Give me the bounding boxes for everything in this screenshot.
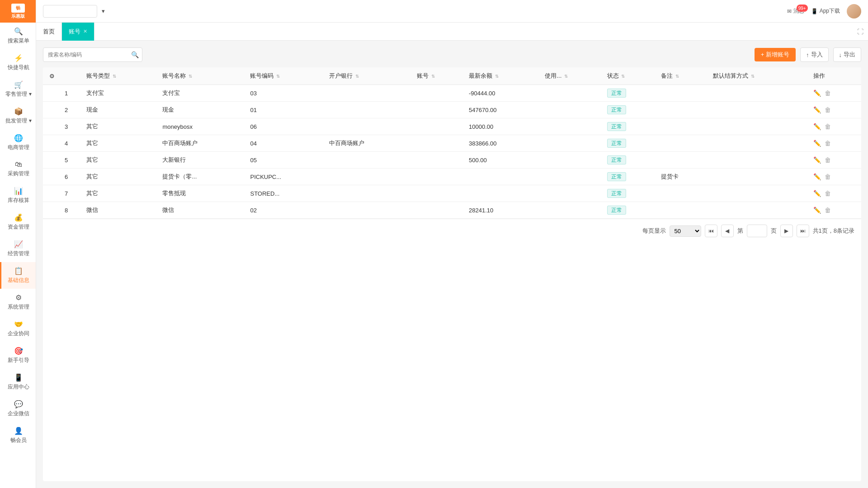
sidebar-item-operations-mgmt[interactable]: 📈 经营管理: [0, 235, 36, 262]
edit-icon[interactable]: ✏️: [813, 89, 821, 97]
edit-icon[interactable]: ✏️: [813, 106, 821, 113]
status-badge: 正常: [607, 122, 626, 131]
row-account-type: 其它: [83, 152, 159, 169]
sidebar-item-enterprise-wechat[interactable]: 💬 企业微信: [0, 395, 36, 422]
row-index: 7: [61, 185, 83, 202]
account-name-col-header[interactable]: 账号名称 ⇅: [159, 67, 246, 85]
header-left: ▾: [43, 5, 105, 18]
row-latest-balance: [465, 185, 541, 202]
row-account-no: [413, 85, 465, 102]
settings-col-header[interactable]: ⚙: [43, 67, 61, 85]
sidebar-item-inventory[interactable]: 📊 库存核算: [0, 182, 36, 209]
status-badge: 正常: [607, 172, 626, 181]
edit-icon[interactable]: ✏️: [813, 156, 821, 164]
row-default-settlement: [709, 152, 810, 169]
sidebar-item-retail-mgmt[interactable]: 🛒 零售管理 ▾: [0, 76, 36, 103]
account-type-col-header[interactable]: 账号类型 ⇅: [83, 67, 159, 85]
sidebar-item-ecommerce-mgmt[interactable]: 🌐 电商管理: [0, 129, 36, 156]
row-account-no: [413, 202, 465, 219]
page-input[interactable]: 1: [747, 225, 767, 237]
dropdown-button[interactable]: ▾: [102, 8, 105, 14]
sidebar-icon-app-center: 📱: [14, 373, 23, 382]
delete-icon[interactable]: 🗑: [825, 140, 831, 147]
content-area: 🔍 + 新增账号 ↑ 导入 ↓ 导出 ⚙: [36, 41, 868, 488]
latest-balance-col-header[interactable]: 最新余额 ⇅: [465, 67, 541, 85]
row-default-settlement: [709, 135, 810, 152]
message-button[interactable]: ✉ 消息 99+: [787, 7, 804, 15]
edit-icon[interactable]: ✏️: [813, 173, 821, 180]
row-opening-bank: 中百商场账户: [326, 135, 413, 152]
row-actions: ✏️ 🗑: [810, 202, 861, 219]
sidebar-item-new-guide[interactable]: 🎯 新手引导: [0, 342, 36, 369]
next-page-button[interactable]: ▶: [780, 225, 793, 237]
sidebar-item-system-mgmt[interactable]: ⚙ 系统管理: [0, 289, 36, 315]
last-page-button[interactable]: ⏭: [797, 225, 809, 237]
edit-icon[interactable]: ✏️: [813, 206, 821, 214]
sidebar-item-basic-info[interactable]: 📋 基础信息: [0, 262, 36, 289]
sidebar-label-quick-nav: 快捷导航: [8, 64, 29, 71]
row-account-no: [413, 135, 465, 152]
sidebar-item-enterprise-agreement[interactable]: 🤝 企业协同: [0, 315, 36, 342]
sidebar-item-finance-mgmt[interactable]: 💰 资金管理: [0, 209, 36, 235]
row-index: 5: [61, 152, 83, 169]
row-remark: [657, 85, 709, 102]
maximize-button[interactable]: ⛶: [853, 28, 868, 35]
delete-icon[interactable]: 🗑: [825, 190, 831, 197]
default-settlement-col-header[interactable]: 默认结算方式 ⇅: [709, 67, 810, 85]
row-usage: [541, 118, 603, 135]
delete-icon[interactable]: 🗑: [825, 156, 831, 164]
status-badge: 正常: [607, 189, 626, 198]
opening-bank-col-header[interactable]: 开户银行 ⇅: [326, 67, 413, 85]
accounts-table: ⚙ 账号类型 ⇅ 账号名称 ⇅ 账号编码 ⇅ 开户银行 ⇅ 账号 ⇅ 最新余额 …: [43, 67, 861, 219]
sidebar-item-quick-nav[interactable]: ⚡ 快捷导航: [0, 49, 36, 76]
row-remark: [657, 118, 709, 135]
tab-home[interactable]: 首页: [36, 23, 62, 41]
top-search-input[interactable]: [43, 5, 97, 18]
account-code-col-header[interactable]: 账号编码 ⇅: [246, 67, 326, 85]
search-input[interactable]: [43, 47, 142, 62]
pagination: 每页显示 50 20 100 ⏮ ◀ 第 1 页 ▶ ⏭ 共1页，8条记录: [43, 219, 861, 243]
row-account-type: 其它: [83, 118, 159, 135]
app-download-button[interactable]: 📱 App下载: [811, 7, 840, 15]
app-logo: 畅 乐惠版: [0, 0, 36, 23]
table-wrapper: ⚙ 账号类型 ⇅ 账号名称 ⇅ 账号编码 ⇅ 开户银行 ⇅ 账号 ⇅ 最新余额 …: [43, 67, 861, 481]
row-latest-balance: 547670.00: [465, 102, 541, 118]
search-icon[interactable]: 🔍: [131, 51, 139, 58]
sidebar-item-search-menu[interactable]: 🔍 搜索菜单: [0, 23, 36, 49]
export-button[interactable]: ↓ 导出: [833, 47, 862, 62]
add-account-button[interactable]: + 新增账号: [755, 48, 796, 61]
edit-icon[interactable]: ✏️: [813, 140, 821, 147]
remark-col-header[interactable]: 备注 ⇅: [657, 67, 709, 85]
delete-icon[interactable]: 🗑: [825, 173, 831, 180]
first-page-button[interactable]: ⏮: [705, 225, 717, 237]
import-button[interactable]: ↑ 导入: [800, 47, 829, 62]
row-default-settlement: [709, 185, 810, 202]
tab-close-account[interactable]: ✕: [83, 28, 87, 34]
row-status: 正常: [604, 135, 658, 152]
table-row: 3 其它 moneybosx 06 10000.00 正常 ✏️ 🗑: [43, 118, 861, 135]
edit-icon[interactable]: ✏️: [813, 190, 821, 197]
sidebar-item-app-center[interactable]: 📱 应用中心: [0, 369, 36, 395]
prev-page-button[interactable]: ◀: [721, 225, 734, 237]
sidebar-icon-wholesale-mgmt: 📦: [14, 107, 23, 116]
user-avatar[interactable]: [847, 4, 861, 19]
sidebar-item-member[interactable]: 👤 畅会员: [0, 422, 36, 449]
usage-col-header[interactable]: 使用... ⇅: [541, 67, 603, 85]
row-account-code: 02: [246, 202, 326, 219]
delete-icon[interactable]: 🗑: [825, 123, 831, 130]
row-account-type: 支付宝: [83, 85, 159, 102]
import-label: 导入: [811, 51, 823, 59]
tab-account[interactable]: 账号✕: [62, 23, 94, 41]
row-opening-bank: [326, 202, 413, 219]
delete-icon[interactable]: 🗑: [825, 89, 831, 97]
sidebar-item-purchase-mgmt[interactable]: 🛍 采购管理: [0, 156, 36, 182]
account-no-col-header[interactable]: 账号 ⇅: [413, 67, 465, 85]
per-page-select[interactable]: 50 20 100: [670, 225, 701, 237]
row-account-code: 03: [246, 85, 326, 102]
row-status: 正常: [604, 185, 658, 202]
delete-icon[interactable]: 🗑: [825, 106, 831, 113]
sidebar-item-wholesale-mgmt[interactable]: 📦 批发管理 ▾: [0, 103, 36, 129]
edit-icon[interactable]: ✏️: [813, 123, 821, 130]
delete-icon[interactable]: 🗑: [825, 206, 831, 214]
status-col-header[interactable]: 状态 ⇅: [604, 67, 658, 85]
